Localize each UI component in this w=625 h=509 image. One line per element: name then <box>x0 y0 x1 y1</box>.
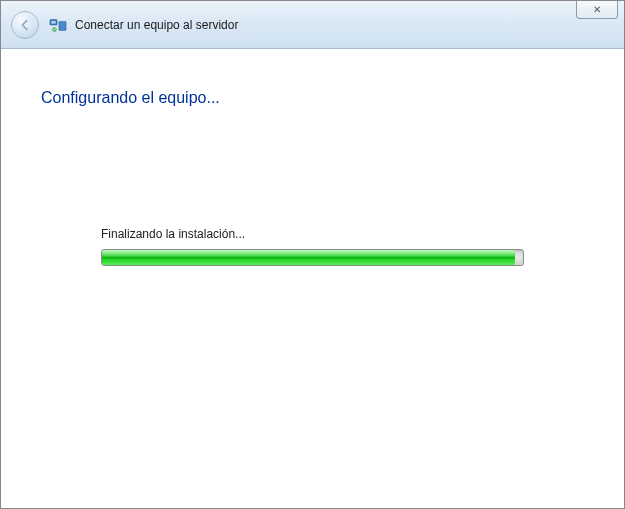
wizard-content: Configurando el equipo... Finalizando la… <box>1 49 624 266</box>
svg-rect-1 <box>51 20 56 23</box>
back-button <box>11 11 39 39</box>
arrow-left-icon <box>18 18 32 32</box>
svg-rect-2 <box>59 21 66 30</box>
page-heading: Configurando el equipo... <box>41 89 584 107</box>
progress-status-text: Finalizando la instalación... <box>101 227 524 241</box>
progress-fill <box>102 250 515 265</box>
close-button[interactable]: ✕ <box>576 1 618 19</box>
close-icon: ✕ <box>593 4 601 15</box>
wizard-title: Conectar un equipo al servidor <box>75 18 238 32</box>
wizard-header: ✕ Conectar un equipo al servidor <box>1 1 624 49</box>
progress-section: Finalizando la instalación... <box>41 227 584 266</box>
server-connect-icon <box>49 16 67 34</box>
progress-bar <box>101 249 524 266</box>
